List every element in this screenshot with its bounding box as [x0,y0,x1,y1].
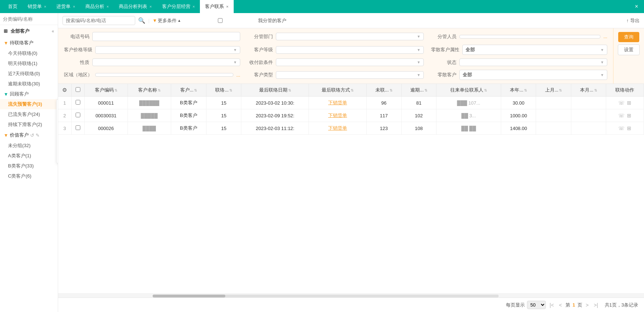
filter-nature-select[interactable]: ▼ [92,58,240,66]
sidebar-section-title-value[interactable]: ▼ 价值客户 ↺ ✎ [0,130,58,141]
more-filter-button[interactable]: ▼ 更多条件 ▲ [152,17,181,24]
row-checkbox[interactable] [76,113,80,117]
dept-select-arrow: ▼ [417,35,420,39]
filter-payment-select[interactable]: ▼ [276,58,424,66]
filter-manager-more[interactable]: ... [603,34,607,39]
close-sales-order-icon[interactable]: × [44,4,46,9]
page-nav-prev[interactable]: < [558,301,563,309]
th-overdue[interactable]: 逾期... ⇅ [401,84,436,97]
sidebar-item-unclassified[interactable]: 未分组(32) [0,141,58,151]
th-name[interactable]: 客户名称 ⇅ [128,84,171,97]
th-this-month[interactable]: 本月... ⇅ [571,84,606,97]
page-nav-next[interactable]: > [584,301,590,309]
tab-sales-order[interactable]: 销货单 × [23,0,51,13]
sidebar-all-customers[interactable]: ⊞ 全部客户 « [0,25,58,37]
row-unit-contact: ██ ██ [436,122,501,135]
sidebar-search-input[interactable] [3,16,58,22]
scroll-thumb[interactable] [153,295,225,297]
customer-type-arrow: ▼ [417,73,420,77]
row-customer-type: B类客户 [171,97,206,109]
settings-button[interactable]: 设置 [618,44,640,55]
th-this-year[interactable]: 本年... ⇅ [501,84,536,97]
filter-retail-customer-select[interactable]: 全部 ▼ [459,70,607,80]
row-overdue: 102 [401,109,436,122]
sidebar-item-class-a[interactable]: A类客户(1) [0,151,58,161]
close-product-analysis-list-icon[interactable]: × [149,4,152,9]
th-last-month[interactable]: 上月... ⇅ [536,84,571,97]
row-checkbox[interactable] [76,100,80,105]
tab-customer-stratification[interactable]: 客户分层经营 × [157,0,200,13]
tab-product-analysis[interactable]: 商品分析 × [80,0,114,13]
sidebar-section-value: ▼ 价值客户 ↺ ✎ 未分组(32) A类客户(1) B类客户(33) C类客户… [0,130,58,181]
window-close-button[interactable]: × [632,3,641,10]
sidebar-item-7days-pending[interactable]: 近7天待联络(0) [0,69,58,79]
filter-customer-type-select[interactable]: ▼ [276,71,424,79]
sidebar-item-declining[interactable]: 持续下滑客户(2) [0,119,58,130]
row-this-year: 1000.00 [501,109,536,122]
action-more-icon[interactable]: ⊞ [627,113,631,118]
sidebar-item-churn-warning[interactable]: 流失预警客户(3) [0,99,58,109]
edit-icon[interactable]: ✎ [36,133,40,138]
th-contact[interactable]: 联络... ⇅ [206,84,241,97]
row-checkbox[interactable] [76,125,80,130]
close-customer-contact-icon[interactable]: × [226,4,228,9]
horizontal-scrollbar[interactable] [58,293,644,297]
my-customers-checkbox-area[interactable]: 我分管的客户 [184,17,286,24]
filter-label-manager: 分管人员 [431,33,456,40]
sidebar-item-tomorrow-pending[interactable]: 明天待联络(1) [0,58,58,69]
sidebar-item-class-b[interactable]: B类客户(33) [0,161,58,171]
th-unlisted[interactable]: 未联... ⇅ [366,84,401,97]
collapse-icon[interactable]: « [52,29,54,34]
th-last-contact-way[interactable]: 最后联络方式 ⇅ [309,84,366,97]
sidebar-item-today-pending[interactable]: 今天待联络(0) [0,48,58,58]
row-last-contact-way[interactable]: 下销货单 [309,109,366,122]
tab-customer-contact[interactable]: 客户联系 × [200,0,233,13]
filter-retail-attr-select[interactable]: 全部 ▼ [462,45,607,55]
close-product-analysis-icon[interactable]: × [106,4,109,9]
action-more-icon[interactable]: ⊞ [627,125,631,131]
page-nav-last[interactable]: >| [592,301,600,309]
row-last-contact-way[interactable]: 下销货单 [309,97,366,109]
search-button[interactable]: 🔍 [138,17,145,24]
close-customer-stratification-icon[interactable]: × [193,4,195,9]
th-last-contact-date[interactable]: 最后联络日期 ⇅ [241,84,309,97]
row-number: 2 [58,109,71,122]
filter-customer-level-select[interactable]: ▼ [276,46,424,54]
sidebar-item-overdue-pending[interactable]: 逾期未联络(30) [0,79,58,89]
row-last-month [536,97,571,109]
action-phone-icon[interactable]: ☏ [618,100,625,106]
sidebar-item-class-c[interactable]: C类客户(6) [0,171,58,181]
filter-status-select[interactable]: ▼ [459,58,607,66]
filter-region-more[interactable]: ... [236,72,240,78]
th-unit-contact[interactable]: 往来单位联系人 ⇅ [436,84,501,97]
filter-region-select[interactable] [95,73,233,77]
per-page-select[interactable]: 50 10 20 100 [527,301,546,309]
export-button[interactable]: ↑ 导出 [627,17,640,24]
sidebar-item-churned[interactable]: 已流失客户(24) [0,109,58,119]
table-gear-icon[interactable]: ⚙ [62,87,67,93]
search-input[interactable] [63,16,135,25]
filter-phone-input[interactable] [92,32,240,41]
select-all-checkbox[interactable] [76,87,80,92]
sidebar-section-title-review[interactable]: ▼ 回顾客户 [0,89,58,99]
action-phone-icon[interactable]: ☏ [618,113,625,118]
close-purchase-order-icon[interactable]: × [73,4,75,9]
row-last-contact-date: 2023-03-02 10:30: [241,97,309,109]
th-type[interactable]: 客户... ⇅ [171,84,206,97]
filter-manager-select[interactable] [459,35,600,39]
filter-price-level-select[interactable]: ▼ [95,46,240,54]
tab-purchase-order[interactable]: 进货单 × [51,0,80,13]
pagination: 每页显示 50 10 20 100 |< < 第 1 页 > >| 共1页，3条… [58,297,644,312]
action-phone-icon[interactable]: ☏ [618,125,625,131]
row-last-contact-way[interactable]: 下销货单 [309,122,366,135]
tab-home[interactable]: 首页 [3,0,23,13]
my-customers-checkbox[interactable] [184,18,257,23]
sidebar-section-title-pending[interactable]: ▼ 待联络客户 [0,37,58,48]
action-more-icon[interactable]: ⊞ [627,100,631,106]
filter-dept-select[interactable]: ▼ [276,33,424,40]
page-nav-first[interactable]: |< [548,301,555,309]
th-code[interactable]: 客户编码 ⇅ [84,84,128,97]
query-button[interactable]: 查询 [618,32,639,42]
tab-product-analysis-list[interactable]: 商品分析列表 × [114,0,157,13]
refresh-icon[interactable]: ↺ [30,133,34,138]
